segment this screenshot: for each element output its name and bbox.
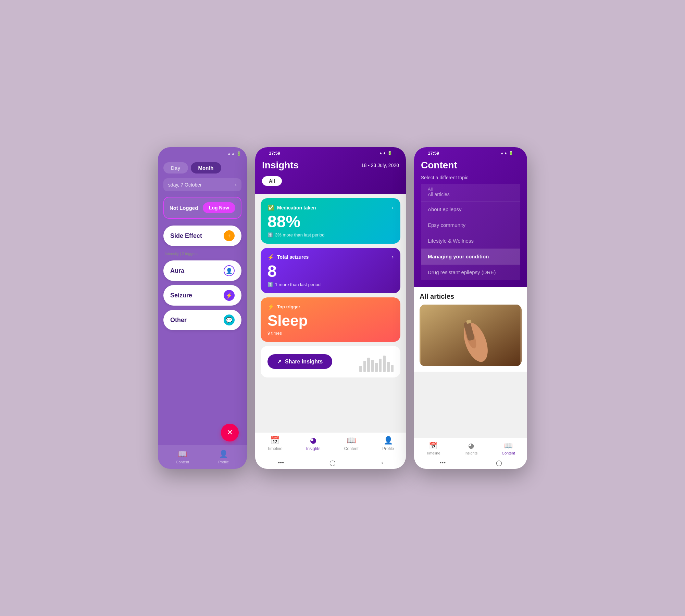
topic-lifestyle[interactable]: Lifestyle & Wellness xyxy=(421,233,520,249)
content-label-2: Content xyxy=(344,446,359,451)
content-icon: 📖 xyxy=(178,450,187,459)
timeline-icon-3: 📅 xyxy=(429,441,437,450)
insights-title: Insights xyxy=(262,160,299,171)
nav-insights-3[interactable]: ◕ Insights xyxy=(464,441,477,455)
medication-label: ✅ Medication taken xyxy=(267,204,316,211)
aura-pill[interactable]: Aura 👤 xyxy=(163,260,241,281)
phone-2: 17:59 ▲▲ 🔋 Insights 18 - 23 July, 2020 A… xyxy=(255,147,406,469)
chevron-right-icon: › xyxy=(235,182,237,188)
all-tab[interactable]: All xyxy=(262,176,282,186)
screens-container: ▲▲ 🔋 Day Month sday, 7 October › Not Log… xyxy=(158,147,527,469)
nav-content-2[interactable]: 📖 Content xyxy=(344,436,359,451)
nav-profile-2[interactable]: 👤 Profile xyxy=(382,436,394,451)
insights-label-3: Insights xyxy=(464,451,477,455)
insights-date: 18 - 23 July, 2020 xyxy=(361,163,399,168)
trigger-label: ⚡ Top trigger xyxy=(267,304,300,310)
bar-1 xyxy=(359,366,362,372)
seizures-subtitle: ⬆️ 1 more than last period xyxy=(267,282,394,287)
seizure-icon: ⚡ xyxy=(224,290,235,301)
medication-up-icon: ⬆️ xyxy=(267,232,273,238)
trigger-value: Sleep xyxy=(267,312,394,329)
seizures-card[interactable]: ⚡ Total seizures › 8 ⬆️ 1 more than last… xyxy=(261,248,400,293)
bar-9 xyxy=(391,365,394,372)
content-label: Content xyxy=(176,460,189,464)
month-toggle[interactable]: Month xyxy=(191,162,221,174)
close-fab-button[interactable]: ✕ xyxy=(221,424,239,441)
seizure-pill[interactable]: Seizure ⚡ xyxy=(163,285,241,306)
day-month-toggle: Day Month xyxy=(163,162,241,174)
other-icon: 💬 xyxy=(224,315,235,325)
topic-drug-resistant[interactable]: Drug resistant epilepsy (DRE) xyxy=(421,265,520,280)
other-label: Other xyxy=(170,317,187,324)
share-icon: ↗ xyxy=(277,358,282,365)
signal-icon-3: ▲▲ 🔋 xyxy=(500,151,513,155)
timeline-label-3: Timeline xyxy=(426,451,440,455)
nav-insights-2[interactable]: ◕ Insights xyxy=(306,436,320,451)
profile-person-icon: 👤 xyxy=(384,436,393,445)
chart-preview xyxy=(359,351,394,372)
topic-about-epilepsy[interactable]: About epilepsy xyxy=(421,202,520,217)
content-page-title: Content xyxy=(421,158,520,175)
article-photo xyxy=(420,305,522,366)
topic-all[interactable]: All All articles xyxy=(421,184,520,202)
phone-1: ▲▲ 🔋 Day Month sday, 7 October › Not Log… xyxy=(158,147,247,469)
medication-chevron-icon: › xyxy=(392,205,394,211)
android-menu-btn-3[interactable]: ⦁⦁⦁ xyxy=(439,460,446,466)
android-home-btn[interactable]: ◯ xyxy=(329,460,336,466)
topic-epsy-community[interactable]: Epsy community xyxy=(421,217,520,233)
topic-list: All All articles About epilepsy Epsy com… xyxy=(421,184,520,280)
nav-timeline-2[interactable]: 📅 Timeline xyxy=(267,436,283,451)
pill-buttons-container: Side Effect ＋ Intensity | 2 triggers Aur… xyxy=(158,223,247,333)
nav-profile-1[interactable]: 👤 Profile xyxy=(218,450,229,464)
aura-label: Aura xyxy=(170,267,184,274)
phone3-status-bar: 17:59 ▲▲ 🔋 xyxy=(421,147,520,158)
phone2-android-nav: ⦁⦁⦁ ◯ ‹ xyxy=(255,457,406,469)
trigger-card[interactable]: ⚡ Top trigger Sleep 9 times xyxy=(261,297,400,342)
nav-timeline-3[interactable]: 📅 Timeline xyxy=(426,441,440,455)
topic-managing-condition[interactable]: Managing your condition xyxy=(421,249,520,265)
date-row[interactable]: sday, 7 October › xyxy=(163,178,241,191)
articles-section-title: All articles xyxy=(420,293,522,300)
insights-icon-3: ◕ xyxy=(468,441,474,450)
insights-pie-icon: ◕ xyxy=(310,436,316,445)
date-text: sday, 7 October xyxy=(168,182,202,188)
profile-label-2: Profile xyxy=(382,446,394,451)
android-back-btn[interactable]: ‹ xyxy=(381,460,383,466)
all-articles-sub: All articles xyxy=(428,192,513,197)
side-effect-pill[interactable]: Side Effect ＋ xyxy=(163,226,241,246)
seizure-bolt-icon: ⚡ xyxy=(267,254,274,260)
insights-header: Insights 18 - 23 July, 2020 xyxy=(262,158,399,176)
phone2-status-bar: 17:59 ▲▲ 🔋 xyxy=(262,147,399,158)
android-home-btn-3[interactable]: ◯ xyxy=(496,460,502,466)
nav-content-3[interactable]: 📖 Content xyxy=(502,441,515,455)
share-insights-card: ↗ Share insights xyxy=(261,346,400,377)
seizures-up-icon: ⬆️ xyxy=(267,282,273,287)
other-pill[interactable]: Other 💬 xyxy=(163,310,241,330)
day-toggle[interactable]: Day xyxy=(163,162,188,174)
content-icon-3: 📖 xyxy=(504,441,513,450)
timeline-icon: 📅 xyxy=(270,436,279,445)
trigger-card-header: ⚡ Top trigger xyxy=(267,304,394,310)
all-label: All xyxy=(428,187,433,192)
seizure-label: Seizure xyxy=(170,292,192,299)
medication-card[interactable]: ✅ Medication taken › 88% ⬆️ 3% more than… xyxy=(261,198,400,244)
profile-label: Profile xyxy=(218,460,229,464)
phone3-bottom-nav: 📅 Timeline ◕ Insights 📖 Content xyxy=(414,438,527,457)
log-now-button[interactable]: Log Now xyxy=(203,202,235,213)
bar-3 xyxy=(367,358,370,372)
side-effect-label: Side Effect xyxy=(170,232,202,240)
nav-content-1[interactable]: 📖 Content xyxy=(176,450,189,464)
android-menu-btn[interactable]: ⦁⦁⦁ xyxy=(278,460,284,466)
not-logged-card: Not Logged Log Now xyxy=(163,197,241,219)
signal-icon: ▲▲ 🔋 xyxy=(379,151,392,155)
timeline-label: Timeline xyxy=(267,446,283,451)
phone3-top-section: 17:59 ▲▲ 🔋 Content Select a different to… xyxy=(414,147,527,287)
share-insights-button[interactable]: ↗ Share insights xyxy=(267,354,332,369)
phone2-bottom-nav: 📅 Timeline ◕ Insights 📖 Content 👤 Profil… xyxy=(255,432,406,457)
medication-value: 88% xyxy=(267,213,394,231)
status-time-2: 17:59 xyxy=(269,151,280,156)
trigger-bolt-icon: ⚡ xyxy=(267,304,274,310)
article-image[interactable] xyxy=(420,305,522,366)
content-book-icon: 📖 xyxy=(347,436,356,445)
content-label-3: Content xyxy=(502,451,515,455)
